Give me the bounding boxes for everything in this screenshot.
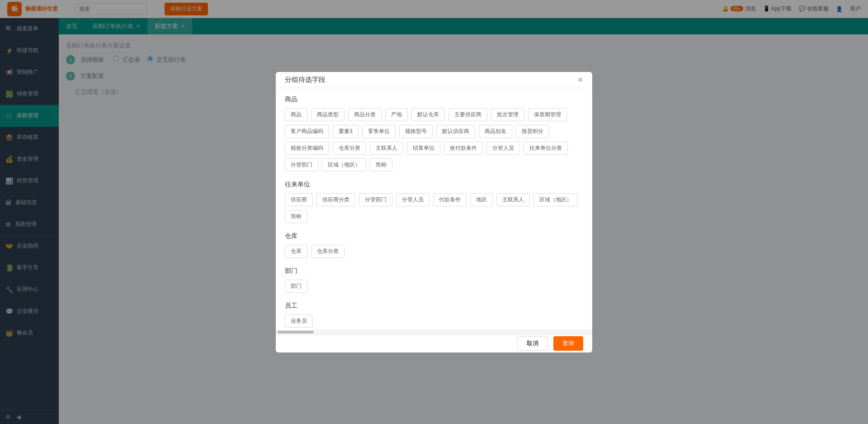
field-origin[interactable]: 产地 <box>385 108 408 121</box>
field-supplier-category[interactable]: 供应商分类 <box>316 193 355 206</box>
modal-title: 分组待选字段 <box>285 76 326 84</box>
field-tax-code[interactable]: 税收分类编码 <box>285 142 329 155</box>
field-product-alias[interactable]: 商品别名 <box>479 125 512 138</box>
field-supplier[interactable]: 供应商 <box>285 193 313 206</box>
dept-fields: 部门 <box>285 280 583 293</box>
field-area[interactable]: 地区 <box>470 193 493 206</box>
field-region[interactable]: 区域（地区） <box>322 158 366 172</box>
field-customer-code[interactable]: 客户商品编码 <box>285 125 329 138</box>
field-department[interactable]: 部门 <box>285 280 307 293</box>
modal-hscrollbar <box>276 330 592 334</box>
field-product-category[interactable]: 商品分类 <box>348 108 382 121</box>
section-product-title: 商品 <box>285 95 583 104</box>
field-warehouse[interactable]: 仓库 <box>285 245 307 258</box>
field-shelf-life[interactable]: 保质期管理 <box>528 108 567 121</box>
field-partner-category[interactable]: 往来单位分类 <box>524 142 568 155</box>
field-region2[interactable]: 区域（地区） <box>533 193 578 206</box>
cancel-button[interactable]: 取消 <box>517 336 548 351</box>
field-warehouse-category[interactable]: 仓库分类 <box>333 142 366 155</box>
field-payment-terms[interactable]: 收付款条件 <box>444 142 483 155</box>
product-fields: 商品 商品类型 商品分类 产地 默认仓库 主要供应商 批次管理 保质期管理 客户… <box>285 108 583 172</box>
field-main-contact2[interactable]: 主联系人 <box>496 193 530 206</box>
modal-close-icon[interactable]: ✕ <box>577 76 583 84</box>
modal-overlay: 分组待选字段 ✕ 商品 商品 商品类型 商品分类 产地 默认仓库 主要供应商 批… <box>0 0 868 424</box>
field-payment-cond[interactable]: 付款条件 <box>433 193 467 206</box>
field-mgmt-dept[interactable]: 分管部门 <box>359 193 392 206</box>
field-batch-mgmt[interactable]: 批次管理 <box>491 108 524 121</box>
field-default-warehouse[interactable]: 默认仓库 <box>411 108 445 121</box>
field-warehouse-cat[interactable]: 仓库分类 <box>311 245 344 258</box>
field-retail-unit[interactable]: 零售单位 <box>362 125 396 138</box>
field-mgmt-person[interactable]: 分管人员 <box>396 193 429 206</box>
field-main-contact[interactable]: 主联系人 <box>370 142 403 155</box>
confirm-button[interactable]: 查询 <box>553 336 583 351</box>
field-main-supplier[interactable]: 主要供应商 <box>448 108 487 121</box>
field-dept[interactable]: 分管部门 <box>285 158 318 172</box>
section-employee: 员工 业务员 <box>285 302 583 328</box>
partner-fields: 供应商 供应商分类 分管部门 分管人员 付款条件 地区 主联系人 区域（地区） … <box>285 193 583 223</box>
section-partner-title: 往来单位 <box>285 181 583 189</box>
field-short-name[interactable]: 简称 <box>370 158 392 172</box>
warehouse-fields: 仓库 仓库分类 <box>285 245 583 258</box>
field-sales-person[interactable]: 业务员 <box>285 314 313 328</box>
field-default-supplier[interactable]: 默认供应商 <box>436 125 475 138</box>
field-product[interactable]: 商品 <box>285 108 307 121</box>
employee-fields: 业务员 <box>285 314 583 328</box>
section-product: 商品 商品 商品类型 商品分类 产地 默认仓库 主要供应商 批次管理 保质期管理… <box>285 95 583 172</box>
field-spec-model[interactable]: 规格型号 <box>399 125 433 138</box>
section-warehouse-title: 仓库 <box>285 232 583 240</box>
section-warehouse: 仓库 仓库 仓库分类 <box>285 232 583 258</box>
section-dept-title: 部门 <box>285 267 583 275</box>
modal-footer: 取消 查询 <box>276 334 592 353</box>
section-partner: 往来单位 供应商 供应商分类 分管部门 分管人员 付款条件 地区 主联系人 区域… <box>285 181 583 223</box>
field-settlement-unit[interactable]: 结算单位 <box>407 142 440 155</box>
hscroll-thumb[interactable] <box>278 331 314 333</box>
modal: 分组待选字段 ✕ 商品 商品 商品类型 商品分类 产地 默认仓库 主要供应商 批… <box>276 72 592 353</box>
modal-header: 分组待选字段 ✕ <box>276 72 592 89</box>
field-product-type[interactable]: 商品类型 <box>311 108 344 121</box>
field-short-name2[interactable]: 简称 <box>285 210 307 223</box>
field-supervisor[interactable]: 分管人员 <box>486 142 520 155</box>
section-dept: 部门 部门 <box>285 267 583 293</box>
section-employee-title: 员工 <box>285 302 583 310</box>
field-pick-points[interactable]: 拣货积分 <box>516 125 549 138</box>
modal-body: 商品 商品 商品类型 商品分类 产地 默认仓库 主要供应商 批次管理 保质期管理… <box>276 88 592 330</box>
field-weight[interactable]: 重量3 <box>333 125 359 138</box>
